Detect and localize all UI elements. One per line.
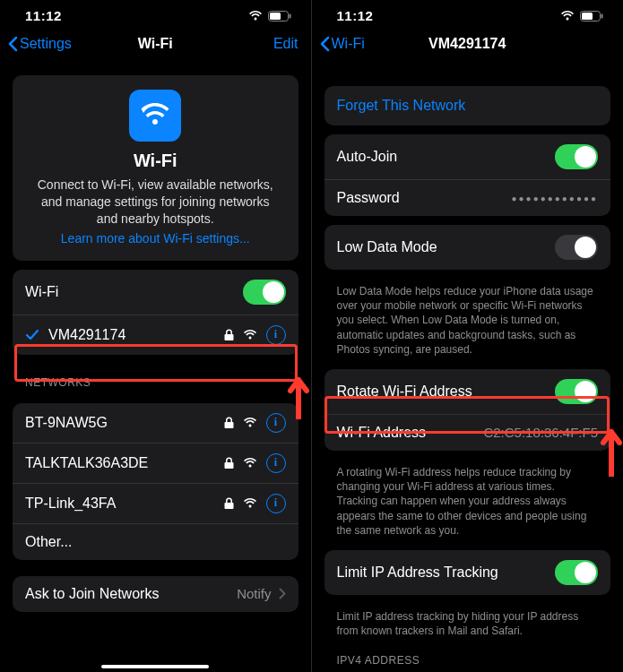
wifi-signal-icon [243, 458, 257, 469]
network-detail-screen: 11:12 Wi-Fi VM4291174 Forget This Networ… [312, 0, 624, 672]
hero-description: Connect to Wi-Fi, view available network… [27, 177, 284, 228]
svg-rect-4 [582, 13, 593, 20]
wifi-toggle-row: Wi-Fi [13, 270, 299, 314]
ask-group: Ask to Join Networks Notify [13, 576, 299, 612]
networks-header: NETWORKS [13, 364, 299, 394]
wifi-settings-screen: 11:12 Settings Wi-Fi Edit Wi-Fi Connect … [0, 0, 312, 672]
rotate-toggle[interactable] [555, 379, 598, 404]
status-time: 11:12 [25, 8, 62, 23]
checkmark-icon [25, 329, 39, 341]
network-row[interactable]: TALKTALK36A3DE i [13, 443, 299, 483]
other-label: Other... [25, 534, 286, 550]
wifi-signal-icon [243, 330, 257, 340]
navigation-bar: Wi-Fi VM4291174 [312, 29, 624, 61]
password-row[interactable]: Password ●●●●●●●●●●●● [324, 179, 611, 216]
hero-title: Wi-Fi [27, 151, 284, 171]
limit-note: Limit IP address tracking by hiding your… [324, 604, 611, 642]
low-data-toggle[interactable] [555, 235, 598, 260]
lock-icon [224, 329, 234, 341]
status-time: 11:12 [337, 8, 374, 23]
wifi-address-value: C2:C5:18:36:4F:F5 [483, 425, 598, 440]
password-label: Password [337, 190, 512, 206]
auto-join-toggle[interactable] [555, 144, 598, 169]
low-data-row: Low Data Mode [324, 225, 611, 270]
auto-join-label: Auto-Join [337, 149, 556, 165]
limit-tracking-group: Limit IP Address Tracking [324, 550, 611, 595]
status-bar: 11:12 [312, 0, 624, 29]
network-name: TP-Link_43FA [25, 495, 224, 512]
ask-value: Notify [237, 586, 271, 601]
battery-icon [268, 11, 291, 22]
wifi-icon [560, 11, 575, 22]
password-dots: ●●●●●●●●●●●● [512, 194, 598, 203]
low-data-group: Low Data Mode [324, 225, 611, 270]
info-icon[interactable]: i [266, 453, 286, 473]
wifi-signal-icon [243, 498, 257, 509]
page-title: Wi-Fi [0, 36, 311, 52]
wifi-app-icon [129, 90, 181, 142]
rotate-note: A rotating Wi-Fi address helps reduce tr… [324, 460, 611, 541]
wifi-toggle-group: Wi-Fi VM4291174 i [13, 270, 299, 355]
status-indicators [248, 11, 291, 22]
status-indicators [560, 11, 603, 22]
ask-label: Ask to Join Networks [25, 586, 237, 602]
ask-to-join-row[interactable]: Ask to Join Networks Notify [13, 576, 299, 612]
svg-rect-1 [270, 13, 281, 20]
low-data-note: Low Data Mode helps reduce your iPhone d… [324, 279, 611, 360]
content-area: Wi-Fi Connect to Wi-Fi, view available n… [0, 61, 311, 672]
wifi-icon [248, 11, 263, 22]
connected-network-name: VM4291174 [48, 327, 224, 343]
wifi-toggle-label: Wi-Fi [25, 284, 243, 300]
network-row[interactable]: TP-Link_43FA i [13, 483, 299, 523]
svg-rect-5 [601, 13, 603, 18]
limit-toggle[interactable] [555, 560, 598, 585]
info-icon[interactable]: i [266, 325, 286, 345]
ipv4-header: IPV4 ADDRESS [324, 642, 611, 672]
svg-rect-2 [289, 13, 290, 18]
status-bar: 11:12 [0, 0, 311, 29]
forget-group: Forget This Network [324, 86, 611, 125]
limit-label: Limit IP Address Tracking [337, 564, 556, 581]
lock-icon [224, 457, 234, 470]
lock-icon [224, 417, 234, 429]
other-network-row[interactable]: Other... [13, 523, 299, 560]
wifi-hero-card: Wi-Fi Connect to Wi-Fi, view available n… [13, 75, 299, 261]
network-row[interactable]: BT-9NAW5G i [13, 403, 299, 443]
wifi-signal-icon [243, 418, 257, 428]
battery-icon [580, 11, 603, 22]
network-name: BT-9NAW5G [25, 415, 224, 431]
auto-join-row: Auto-Join [324, 134, 611, 179]
wifi-address-row[interactable]: Wi-Fi Address C2:C5:18:36:4F:F5 [324, 414, 611, 451]
info-icon[interactable]: i [266, 494, 286, 513]
home-indicator[interactable] [101, 665, 209, 668]
info-icon[interactable]: i [266, 413, 286, 433]
network-name: TALKTALK36A3DE [25, 455, 224, 471]
learn-more-link[interactable]: Learn more about Wi-Fi settings... [61, 231, 250, 246]
content-area: Forget This Network Auto-Join Password ●… [312, 61, 624, 672]
rotate-address-row: Rotate Wi-Fi Address [324, 369, 611, 414]
wifi-toggle[interactable] [243, 280, 286, 305]
navigation-bar: Settings Wi-Fi Edit [0, 29, 311, 61]
page-title: VM4291174 [312, 36, 624, 52]
low-data-label: Low Data Mode [337, 239, 556, 255]
networks-group: BT-9NAW5G i TALKTALK36A3DE i TP-Link_43F… [13, 403, 299, 560]
lock-icon [224, 497, 234, 510]
connected-network-row[interactable]: VM4291174 i [13, 314, 299, 355]
join-password-group: Auto-Join Password ●●●●●●●●●●●● [324, 134, 611, 216]
wifi-address-group: Rotate Wi-Fi Address Wi-Fi Address C2:C5… [324, 369, 611, 451]
limit-tracking-row: Limit IP Address Tracking [324, 550, 611, 595]
forget-network-button[interactable]: Forget This Network [324, 86, 611, 125]
wifi-address-label: Wi-Fi Address [337, 425, 484, 441]
rotate-label: Rotate Wi-Fi Address [337, 383, 556, 400]
chevron-right-icon [279, 588, 286, 599]
